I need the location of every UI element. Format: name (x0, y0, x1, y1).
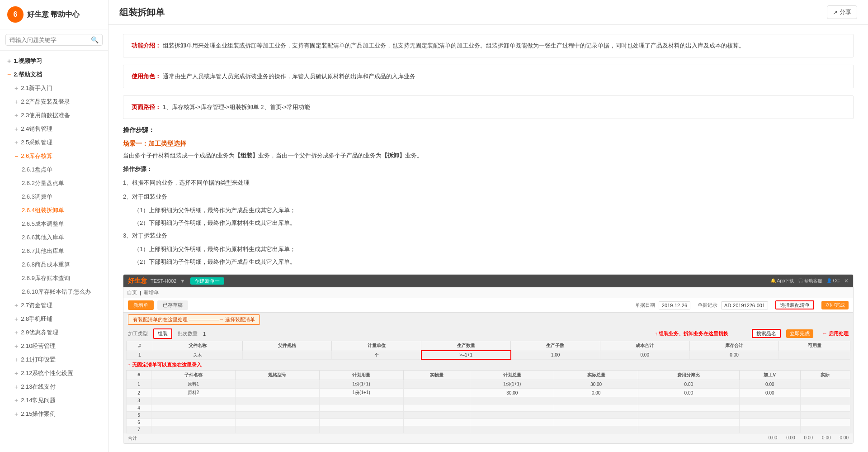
ss-footer-total: 合计 (128, 435, 137, 442)
nav-label: 2.7资金管理 (21, 301, 52, 309)
ss-th2-spec: 规格型号 (235, 371, 319, 380)
sidebar-item-2-12[interactable]: +2.12系统个性化设置 (0, 366, 108, 380)
ss-th2-process: 加工V (739, 371, 800, 380)
nav-label: 2.6.3调拨单 (22, 193, 52, 201)
table-row: 4 (127, 404, 850, 412)
table-row: 1 原料1 1份(1+1) 1份(1+1) 30.00 0.00 0.00 (127, 380, 850, 389)
plus-icon: + (14, 98, 18, 105)
nav-label: 2.6.4组装拆卸单 (22, 206, 64, 214)
sidebar-item-2-2[interactable]: +2.2产品安装及登录 (0, 95, 108, 109)
sidebar-item-2-6-1[interactable]: 2.6.1盘点单 (0, 163, 108, 176)
ss-subnav: 自页 | 新增单 (123, 287, 853, 298)
ss-process-value[interactable]: 组装 (153, 328, 172, 339)
ss-th-avail: 可用量 (779, 341, 850, 351)
ss-th-parent-spec: 父件规格 (242, 341, 332, 351)
ss-th2-plan-qty: 计划用量 (319, 371, 403, 380)
sidebar-item-2-6-4[interactable]: 2.6.4组装拆卸单 (0, 204, 108, 217)
ss-th-stock: 库存合计 (689, 341, 779, 351)
minus-icon: − (7, 71, 11, 78)
sidebar-item-1[interactable]: +1.视频学习 (0, 54, 108, 68)
nav-label: 2.6库存核算 (21, 152, 52, 160)
nav-label: 1.视频学习 (14, 57, 42, 65)
sidebar-item-2[interactable]: −2.帮助文档 (0, 68, 108, 81)
sidebar-item-2-4[interactable]: +2.4销售管理 (0, 122, 108, 136)
logo-icon: 6 (7, 6, 24, 23)
sidebar-item-2-3[interactable]: +2.3使用前数据准备 (0, 109, 108, 122)
sidebar-item-2-6-6[interactable]: 2.6.6其他入库单 (0, 231, 108, 244)
intro-label: 功能介绍： (132, 42, 161, 49)
sidebar-item-2-6-2[interactable]: 2.6.2分量盘点单 (0, 176, 108, 190)
screenshot-box: 好生意 TEST-H002 ▼ 创建新单一 🔔 App下载 🎧 帮助客服 👤 C… (123, 274, 854, 444)
sidebar-item-2-7[interactable]: +2.7资金管理 (0, 299, 108, 312)
logo-area: 6 好生意 帮助中心 (0, 0, 108, 29)
table-row: 2 原料2 1份(1+1) 30.00 0.00 0.00 0.00 (127, 389, 850, 397)
nav-label: 2.6.1盘点单 (22, 166, 52, 174)
ss-th2-num: # (127, 371, 151, 380)
sidebar-item-2-15[interactable]: +2.15操作案例 (0, 407, 108, 421)
sidebar-item-2-9[interactable]: +2.9优惠券管理 (0, 326, 108, 339)
ss-save-btn[interactable]: 立即完成 (821, 301, 849, 309)
share-button[interactable]: ↗ 分享 (827, 5, 857, 19)
ss-th2-plan-total: 计划总量 (470, 371, 554, 380)
nav-label: 2.6.7其他出库单 (22, 247, 64, 255)
nav-label: 2.15操作案例 (21, 410, 56, 418)
ss-th-cost: 成本合计 (600, 341, 689, 351)
nav-label: 2.4销售管理 (21, 125, 52, 133)
sidebar-item-2-6-10[interactable]: 2.6.10库存账本错了怎么办 (0, 285, 108, 299)
role-text: 通常由生产人员或库管人员完成拆装业务的操作，库管人员确认原材料的出库和产成品的入… (163, 73, 415, 80)
sidebar-item-2-13[interactable]: +2.13在线支付 (0, 380, 108, 394)
step3-2: （2）下部明细为子件明细，最终作为产成品生成其它入库单。 (134, 257, 854, 267)
nav-tree: +1.视频学习−2.帮助文档+2.1新手入门+2.2产品安装及登录+2.3使用前… (0, 51, 108, 452)
ss-th-unit: 计量单位 (332, 341, 421, 351)
ops-label: 操作步骤： (123, 126, 854, 134)
sidebar-item-2-6-7[interactable]: 2.6.7其他出库单 (0, 244, 108, 258)
ss-footer: 合计 0.00 0.00 0.00 0.00 0.00 (123, 433, 853, 443)
ss-qty-label: 批次数量 (178, 330, 198, 337)
sidebar-item-2-6-8[interactable]: 2.6.8商品成本重算 (0, 258, 108, 271)
content-area: 功能介绍： 组装拆卸单用来处理企业组装或拆卸等加工业务，支持有固定装配清单的产品… (108, 25, 868, 452)
sidebar-item-2-6-5[interactable]: 2.6.5成本调整单 (0, 217, 108, 231)
nav-label: 2.14常见问题 (21, 396, 56, 404)
ss-assembly-btn[interactable]: 选择装配清单 (775, 300, 814, 309)
plus-icon: + (14, 370, 18, 377)
sidebar-item-2-14[interactable]: +2.14常见问题 (0, 394, 108, 407)
ss-annotation4: ← 启用处理 (822, 330, 849, 337)
plus-icon: + (14, 315, 18, 323)
nav-label: 2.2产品安装及登录 (21, 98, 70, 106)
search-box[interactable]: 🔍 (5, 34, 103, 46)
ops-steps-label: 操作步骤： (123, 164, 854, 174)
path-block: 页面路径： 1、库存核算->库存管理->组装拆卸单 2、首页->常用功能 (123, 95, 854, 119)
sidebar-item-2-6-3[interactable]: 2.6.3调拨单 (0, 190, 108, 204)
nav-label: 2.13在线支付 (21, 383, 56, 391)
sidebar-item-2-10[interactable]: +2.10经营管理 (0, 339, 108, 353)
plus-icon: + (14, 343, 18, 350)
sidebar-item-2-6[interactable]: −2.6库存核算 (0, 149, 108, 163)
search-input[interactable] (9, 37, 91, 43)
sidebar-item-2-8[interactable]: +2.8手机旺铺 (0, 312, 108, 326)
ss-tab-active[interactable]: 新增单 (128, 300, 154, 310)
plus-icon: + (14, 85, 18, 92)
plus-icon: + (14, 397, 18, 404)
share-icon: ↗ (833, 9, 838, 16)
plus-icon: + (14, 302, 18, 309)
ss-th-prod-qty: 生产数量 (421, 341, 511, 351)
sidebar-item-2-11[interactable]: +2.11打印设置 (0, 353, 108, 366)
topbar: 组装拆卸单 ↗ 分享 (108, 0, 868, 25)
plus-icon: + (14, 329, 18, 336)
nav-label: 2.9优惠券管理 (21, 328, 58, 337)
sidebar-item-2-1[interactable]: +2.1新手入门 (0, 81, 108, 95)
sidebar-item-2-6-9[interactable]: 2.6.9库存账本查询 (0, 271, 108, 285)
ss-date-label: 单据日期 (635, 302, 655, 309)
search-area: 🔍 (0, 29, 108, 51)
ss-title: TEST-H002 (151, 278, 176, 284)
nav-label: 2.6.9库存账本查询 (22, 274, 70, 282)
sidebar-item-2-5[interactable]: +2.5采购管理 (0, 136, 108, 149)
intro-block: 功能介绍： 组装拆卸单用来处理企业组装或拆卸等加工业务，支持有固定装配清单的产品… (123, 34, 854, 57)
nav-label: 2.6.5成本调整单 (22, 220, 64, 228)
ss-new-btn: 创建新单一 (190, 277, 224, 285)
nav-label: 2.3使用前数据准备 (21, 111, 70, 119)
ss-search-input[interactable]: 搜索品名 (752, 329, 781, 338)
ss-tab2[interactable]: 已存草稿 (157, 300, 188, 310)
ss-add-row-btn[interactable]: 立即完成 (786, 329, 813, 338)
scene1-desc: 当由多个子件材料组装成一个成品的业务为【组装】业务，当由一个父件拆分成多个子产品… (123, 151, 854, 161)
